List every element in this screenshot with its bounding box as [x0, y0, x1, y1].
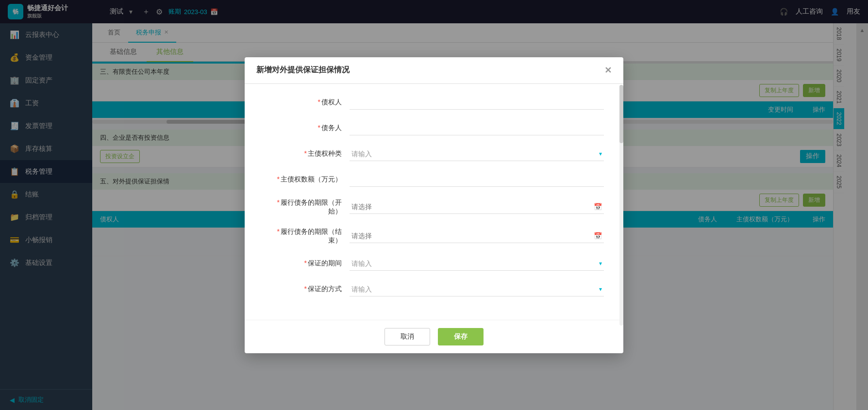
modal-scrollbar-track[interactable] — [619, 85, 623, 326]
debtor-required-mark: * — [318, 124, 320, 131]
claim-type-select-wrapper: 请输入 ▾ — [350, 147, 604, 161]
claim-type-chevron-icon: ▾ — [599, 150, 602, 157]
claim-amount-required-mark: * — [277, 175, 280, 183]
obligation-end-date-wrapper: 📅 — [350, 229, 604, 243]
modal-title: 新增对外提供保证担保情况 — [256, 65, 350, 75]
cancel-button[interactable]: 取消 — [384, 328, 430, 345]
debtor-label: *债务人 — [264, 124, 342, 132]
guarantee-period-required-mark: * — [304, 259, 307, 267]
claim-type-select[interactable]: 请输入 — [350, 147, 604, 161]
obligation-start-input[interactable] — [350, 200, 604, 213]
creditor-label: *债权人 — [264, 98, 342, 107]
obligation-end-required-mark: * — [277, 228, 280, 235]
form-row-obligation-end: *履行债务的期限（结束） 📅 — [264, 228, 604, 245]
form-row-obligation-start: *履行债务的期限（开始） 📅 — [264, 198, 604, 216]
claim-type-label: *主债权种类 — [264, 149, 342, 158]
obligation-start-calendar-icon[interactable]: 📅 — [594, 203, 602, 211]
creditor-required-mark: * — [318, 98, 320, 106]
form-row-creditor: *债权人 — [264, 96, 604, 110]
obligation-end-label: *履行债务的期限（结束） — [264, 228, 342, 245]
obligation-start-required-mark: * — [277, 198, 280, 206]
claim-amount-input[interactable] — [350, 173, 604, 187]
modal-overlay: 新增对外提供保证担保情况 ✕ *债权人 *债务人 *主债权种类 — [0, 0, 868, 410]
modal-close-button[interactable]: ✕ — [604, 65, 612, 76]
guarantee-method-select-wrapper: 请输入 ▾ — [350, 282, 604, 296]
obligation-end-input[interactable] — [350, 229, 604, 243]
guarantee-period-select-wrapper: 请输入 ▾ — [350, 257, 604, 271]
obligation-end-calendar-icon[interactable]: 📅 — [594, 232, 602, 240]
guarantee-method-select[interactable]: 请输入 — [350, 282, 604, 296]
modal-dialog: 新增对外提供保证担保情况 ✕ *债权人 *债务人 *主债权种类 — [245, 57, 623, 353]
guarantee-method-label: *保证的方式 — [264, 285, 342, 294]
claim-amount-label: *主债权数额（万元） — [264, 175, 342, 184]
obligation-start-date-wrapper: 📅 — [350, 200, 604, 214]
debtor-input[interactable] — [350, 121, 604, 135]
claim-type-required-mark: * — [304, 149, 307, 157]
creditor-input[interactable] — [350, 96, 604, 110]
guarantee-method-chevron-icon: ▾ — [599, 286, 602, 293]
form-row-claim-type: *主债权种类 请输入 ▾ — [264, 147, 604, 161]
obligation-start-label: *履行债务的期限（开始） — [264, 198, 342, 216]
guarantee-period-label: *保证的期间 — [264, 259, 342, 268]
form-row-claim-amount: *主债权数额（万元） — [264, 173, 604, 187]
modal-footer: 取消 保存 — [245, 320, 623, 353]
modal-header: 新增对外提供保证担保情况 ✕ — [245, 57, 623, 84]
modal-body: *债权人 *债务人 *主债权种类 请输入 ▾ — [245, 84, 623, 320]
form-row-guarantee-method: *保证的方式 请输入 ▾ — [264, 282, 604, 296]
form-row-debtor: *债务人 — [264, 121, 604, 135]
form-row-guarantee-period: *保证的期间 请输入 ▾ — [264, 257, 604, 271]
modal-scrollbar-thumb[interactable] — [619, 85, 623, 143]
guarantee-method-required-mark: * — [304, 285, 307, 293]
guarantee-period-chevron-icon: ▾ — [599, 260, 602, 267]
save-button[interactable]: 保存 — [438, 328, 484, 345]
guarantee-period-select[interactable]: 请输入 — [350, 257, 604, 270]
